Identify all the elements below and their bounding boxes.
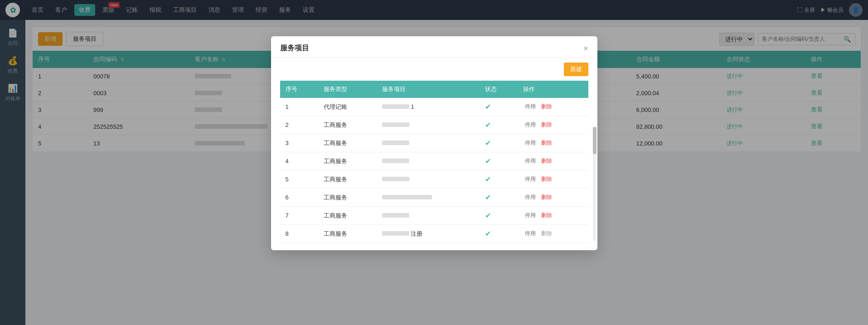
stop-button[interactable]: 停用 xyxy=(523,175,538,184)
modal-scrollbar[interactable] xyxy=(593,127,596,241)
item-service: 注册 xyxy=(377,225,480,243)
delete-button[interactable]: 删除 xyxy=(539,156,554,166)
item-status: ✔ xyxy=(480,134,518,152)
item-type: 工商服务 xyxy=(318,152,377,170)
list-item: 4 工商服务 ✔ 停用 删除 xyxy=(280,152,588,170)
modal-new-button[interactable]: 新建 xyxy=(564,63,588,76)
item-seq: 7 xyxy=(280,207,319,225)
item-service xyxy=(377,152,480,170)
item-actions: 停用 删除 xyxy=(518,225,588,243)
item-seq: 6 xyxy=(280,189,319,207)
stop-button[interactable]: 停用 xyxy=(523,138,538,148)
item-service xyxy=(377,189,480,207)
item-status: ✔ xyxy=(480,170,518,189)
item-status: ✔ xyxy=(480,116,518,134)
item-type: 工商服务 xyxy=(318,189,377,207)
delete-button[interactable]: 删除 xyxy=(539,120,554,130)
item-status: ✔ xyxy=(480,152,518,170)
item-status: ✔ xyxy=(480,225,518,243)
item-seq: 5 xyxy=(280,170,319,189)
item-actions: 停用 删除 xyxy=(518,189,588,207)
modal-col-item: 服务项目 xyxy=(377,81,480,98)
modal-col-action: 操作 xyxy=(518,81,588,98)
item-seq: 3 xyxy=(280,134,319,152)
item-service xyxy=(377,116,480,134)
stop-button[interactable]: 停用 xyxy=(523,211,538,220)
stop-button[interactable]: 停用 xyxy=(523,102,538,112)
item-service: 1 xyxy=(377,98,480,116)
item-type: 工商服务 xyxy=(318,225,377,243)
item-type: 代理记账 xyxy=(318,98,377,116)
item-actions: 停用 删除 xyxy=(518,207,588,225)
list-item: 6 工商服务 ✔ 停用 删除 xyxy=(280,189,588,207)
item-actions: 停用 删除 xyxy=(518,152,588,170)
item-actions: 停用 删除 xyxy=(518,98,588,116)
service-table: 序号 服务类型 服务项目 状态 操作 1 代理记账 1 ✔ 停用 xyxy=(280,81,588,243)
item-type: 工商服务 xyxy=(318,170,377,189)
item-service xyxy=(377,134,480,152)
service-modal: 服务项目 × 新建 序号 服务类型 服务项目 状态 操作 xyxy=(271,36,597,250)
modal-col-seq: 序号 xyxy=(280,81,319,98)
modal-overlay: 服务项目 × 新建 序号 服务类型 服务项目 状态 操作 xyxy=(0,0,868,325)
item-status: ✔ xyxy=(480,207,518,225)
modal-header: 服务项目 × xyxy=(271,36,597,58)
item-service xyxy=(377,170,480,189)
list-item: 8 工商服务 注册 ✔ 停用 删除 xyxy=(280,225,588,243)
delete-button[interactable]: 删除 xyxy=(539,193,554,202)
stop-button[interactable]: 停用 xyxy=(523,193,538,202)
item-type: 工商服务 xyxy=(318,207,377,225)
list-item: 1 代理记账 1 ✔ 停用 删除 xyxy=(280,98,588,116)
stop-button[interactable]: 停用 xyxy=(523,120,538,130)
list-item: 7 工商服务 ✔ 停用 删除 xyxy=(280,207,588,225)
list-item: 2 工商服务 ✔ 停用 删除 xyxy=(280,116,588,134)
item-type: 工商服务 xyxy=(318,116,377,134)
item-service xyxy=(377,207,480,225)
item-seq: 2 xyxy=(280,116,319,134)
modal-col-type: 服务类型 xyxy=(318,81,377,98)
list-item: 3 工商服务 ✔ 停用 删除 xyxy=(280,134,588,152)
item-status: ✔ xyxy=(480,98,518,116)
item-actions: 停用 删除 xyxy=(518,170,588,189)
modal-col-status: 状态 xyxy=(480,81,518,98)
item-actions: 停用 删除 xyxy=(518,116,588,134)
delete-button[interactable]: 删除 xyxy=(539,175,554,184)
modal-toolbar: 新建 xyxy=(271,58,597,81)
scrollbar-thumb xyxy=(593,127,596,154)
stop-button[interactable]: 停用 xyxy=(523,156,538,166)
delete-button[interactable]: 删除 xyxy=(539,138,554,148)
modal-header-row: 序号 服务类型 服务项目 状态 操作 xyxy=(280,81,588,98)
item-seq: 4 xyxy=(280,152,319,170)
modal-close-button[interactable]: × xyxy=(583,44,588,53)
delete-button[interactable]: 删除 xyxy=(539,102,554,112)
list-item: 5 工商服务 ✔ 停用 删除 xyxy=(280,170,588,189)
modal-title: 服务项目 xyxy=(280,44,309,53)
item-seq: 8 xyxy=(280,225,319,243)
delete-button[interactable]: 删除 xyxy=(539,211,554,220)
item-actions: 停用 删除 xyxy=(518,134,588,152)
item-type: 工商服务 xyxy=(318,134,377,152)
stop-button[interactable]: 停用 xyxy=(523,229,538,238)
delete-button[interactable]: 删除 xyxy=(539,229,554,238)
item-seq: 1 xyxy=(280,98,319,116)
modal-body: 序号 服务类型 服务项目 状态 操作 1 代理记账 1 ✔ 停用 xyxy=(271,81,597,250)
item-status: ✔ xyxy=(480,189,518,207)
